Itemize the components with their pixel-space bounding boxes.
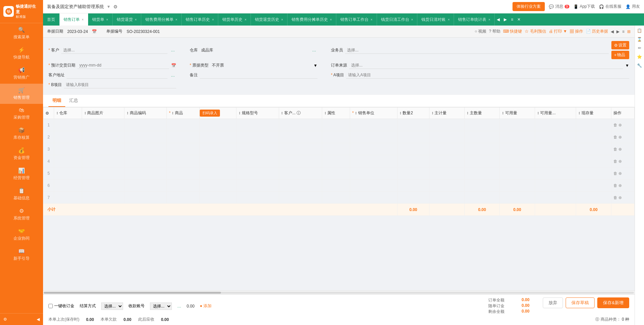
tab-close-icon[interactable]: × xyxy=(281,18,283,22)
horizontal-scrollbar[interactable] xyxy=(43,290,635,294)
cell-warehouse-3[interactable] xyxy=(54,143,82,155)
delivery-date-input[interactable] xyxy=(77,62,169,69)
order-source-dropdown[interactable]: ▼ xyxy=(625,63,629,68)
sidebar-item-purchase[interactable]: 🛍 采购管理 xyxy=(0,104,43,124)
tab-close-icon[interactable]: × xyxy=(135,18,137,22)
sidebar-item-system[interactable]: ⚙ 系统管理 xyxy=(0,204,43,225)
date-value[interactable]: 2023-03-24 xyxy=(67,29,88,34)
delete-row-icon[interactable]: 🗑 xyxy=(613,123,617,127)
customer-input[interactable] xyxy=(61,47,167,54)
copy-row-icon[interactable]: ⊕ xyxy=(618,195,622,200)
delete-row-icon[interactable]: 🗑 xyxy=(613,135,617,139)
delete-row-icon[interactable]: 🗑 xyxy=(613,183,617,188)
sidebar-item-enterprise[interactable]: 🤝 企业协同 xyxy=(0,225,43,245)
sidebar-item-basics[interactable]: 📋 基础信息 xyxy=(0,184,43,204)
cell-spec-2[interactable] xyxy=(236,131,279,143)
copy-row-icon[interactable]: ⊕ xyxy=(618,123,622,127)
sidebar-item-search[interactable]: 🔍 搜索菜单 xyxy=(0,23,43,43)
date-picker-icon[interactable]: 📅 xyxy=(171,63,176,68)
cell-attr-1[interactable] xyxy=(322,119,350,131)
right-panel-btn-2[interactable]: ⌛ xyxy=(636,36,643,43)
cell-product-1[interactable] xyxy=(167,119,200,131)
view-list-icon[interactable]: ≡ xyxy=(622,29,624,34)
cell-product-3[interactable] xyxy=(167,143,200,155)
tab-close-icon[interactable]: × xyxy=(106,18,108,22)
cell-unit-1[interactable] xyxy=(350,119,397,131)
save-new-btn[interactable]: 保存&新增 xyxy=(597,297,629,308)
tab-summary[interactable]: 汇总 xyxy=(65,95,82,107)
discard-btn[interactable]: 放弃 xyxy=(543,297,563,308)
right-panel-btn-3[interactable]: ✏ xyxy=(636,44,643,52)
order-source-input[interactable] xyxy=(349,62,623,69)
tab-sales-stats[interactable]: 销售订单统计表 × xyxy=(454,13,495,26)
tab-menu-btn[interactable]: ≡ xyxy=(509,13,515,26)
copy-row-icon[interactable]: ⊕ xyxy=(618,159,622,164)
right-panel-btn-5[interactable]: 🔧 xyxy=(636,62,643,69)
sidebar-item-quicknav[interactable]: ⚡ 快捷导航 xyxy=(0,43,43,64)
delete-row-icon[interactable]: 🗑 xyxy=(613,159,617,164)
copy-row-icon[interactable]: ⊕ xyxy=(618,171,622,176)
header-settings-icon[interactable]: ⚙ xyxy=(113,4,118,9)
dropdown-icon[interactable]: ▼ xyxy=(107,4,111,9)
sidebar-item-finance[interactable]: 💰 资金管理 xyxy=(0,144,43,164)
cell-customer-1[interactable] xyxy=(279,119,322,131)
sidebar-item-operations[interactable]: 📊 经营管理 xyxy=(0,164,43,184)
add-goods-btn[interactable]: + 物品 xyxy=(611,51,629,59)
save-draft-btn[interactable]: 保存草稿 xyxy=(566,297,595,308)
settlement-method-select[interactable]: 选择... xyxy=(101,302,123,310)
cell-warehouse-1[interactable] xyxy=(54,119,82,131)
operations-btn[interactable]: ▦ 操作 xyxy=(570,29,583,34)
user-menu[interactable]: 👤 用友 xyxy=(626,4,640,9)
tab-sales-fee-history[interactable]: 销售费用分摊单历史 × xyxy=(288,13,336,26)
add-account-btn[interactable]: ● 添加 xyxy=(200,303,212,309)
app-download-btn[interactable]: 📱 App下载 xyxy=(573,4,595,9)
cell-main-qty-1[interactable] xyxy=(464,119,500,131)
tab-cash-workbench[interactable]: 钱货日清工作台 × xyxy=(377,13,418,26)
scan-btn[interactable]: 扫码录入 xyxy=(200,110,220,117)
cell-spec-1[interactable] xyxy=(236,119,279,131)
cell-product-2[interactable] xyxy=(167,131,200,143)
tab-close-icon[interactable]: × xyxy=(176,18,178,22)
copy-row-icon[interactable]: ⊕ xyxy=(618,135,622,139)
cell-qty2-2[interactable] xyxy=(397,131,429,143)
tab-sales-order-history[interactable]: 销售订单历史 × xyxy=(182,13,218,26)
tab-sales-slip[interactable]: 销货单 × xyxy=(88,13,113,26)
profit-btn[interactable]: ☆ 毛利预估 xyxy=(525,29,546,34)
cell-code-2[interactable] xyxy=(124,131,167,143)
sidebar-item-guide[interactable]: 📖 新手引导 xyxy=(0,245,43,265)
tab-close-icon[interactable]: × xyxy=(371,18,373,22)
cell-qty2-1[interactable] xyxy=(397,119,429,131)
col-settings[interactable]: ⚙ xyxy=(43,108,54,119)
view-toggle-left[interactable]: ◀ xyxy=(611,29,614,34)
tab-sales-return-history[interactable]: 销货退货历史 × xyxy=(251,13,288,26)
cell-code-1[interactable] xyxy=(124,119,167,131)
cell-warehouse-2[interactable] xyxy=(54,131,82,143)
view-grid-icon[interactable]: ⊞ xyxy=(627,29,631,34)
print-btn[interactable]: 🖨 打印 ▼ xyxy=(549,29,567,34)
right-panel-btn-4[interactable]: ⭐ xyxy=(636,53,643,60)
tab-sales-workbench[interactable]: 销售订单工作台 × xyxy=(336,13,377,26)
warehouse-dots[interactable]: … xyxy=(311,48,317,52)
copy-row-icon[interactable]: ⊕ xyxy=(618,147,622,152)
delete-row-icon[interactable]: 🗑 xyxy=(613,195,617,200)
settings-btn[interactable]: ⚙ 设置 xyxy=(611,41,629,49)
tab-close-icon[interactable]: × xyxy=(212,18,214,22)
tab-close-icon[interactable]: × xyxy=(448,18,450,22)
tab-close-icon[interactable]: × xyxy=(330,18,332,22)
cell-attr-2[interactable] xyxy=(322,131,350,143)
remark-input[interactable] xyxy=(200,72,317,79)
cell-main-qty-2[interactable] xyxy=(464,131,500,143)
tab-sales-fee[interactable]: 销售费用分摊单 × xyxy=(141,13,182,26)
tab-prev-btn[interactable]: ◀ xyxy=(495,13,502,26)
tab-close-icon[interactable]: × xyxy=(244,18,247,22)
tab-sales-order[interactable]: 销售订单 × xyxy=(60,13,88,26)
cell-unit-2[interactable] xyxy=(350,131,397,143)
industry-btn[interactable]: 体验行业方案 xyxy=(513,2,545,11)
receipt-account-select[interactable]: 选择... xyxy=(150,302,172,310)
salesman-input[interactable] xyxy=(345,47,609,54)
tab-close-icon[interactable]: × xyxy=(488,18,490,22)
sidebar-collapse-icon[interactable]: ◀ xyxy=(37,317,40,322)
one-click-checkbox-input[interactable] xyxy=(48,304,53,308)
delete-row-icon[interactable]: 🗑 xyxy=(613,147,617,152)
shortcut-btn[interactable]: ⌨ 快捷键 xyxy=(503,29,522,34)
